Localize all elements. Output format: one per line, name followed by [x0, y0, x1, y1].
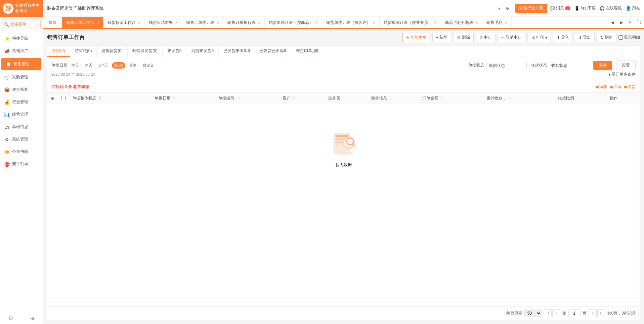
sidebar-item-base-info[interactable]: 🗂 基础信息 [0, 121, 43, 133]
sidebar-item-purchase[interactable]: 🛒 采购管理 [0, 71, 43, 83]
sidebar-item-operation[interactable]: 📊 经营管理 [0, 108, 43, 121]
sidebar-collapse-icon[interactable]: ◀ [30, 315, 34, 321]
query-btn[interactable]: 查询 [593, 61, 612, 70]
select-all-checkbox[interactable] [61, 96, 66, 100]
export-label: 导出 [583, 35, 591, 40]
col-received[interactable]: 累计收款... ⇅ [483, 93, 555, 104]
tab-sales-summary-customer[interactable]: 销货单统计表（按客户） ✕ [322, 17, 380, 29]
filter-tab-wangpu[interactable]: 旺铺待发货(0) [128, 46, 163, 57]
ship-action-btn[interactable]: 发货 [624, 84, 636, 90]
date-1month-btn[interactable]: 近1月 [112, 62, 125, 69]
sidebar-item-quick-nav[interactable]: ⚡ 快捷导航 [0, 32, 43, 45]
tab-close-all-btn[interactable]: ✕ [626, 18, 634, 27]
show-detail-checkbox[interactable] [618, 35, 623, 40]
sidebar-item-system[interactable]: ⚙ 系统管理 [0, 133, 43, 146]
date-7days-btn[interactable]: 近7天 [96, 62, 110, 69]
sidebar-item-sales[interactable]: 📋 销售管理 [1, 58, 41, 70]
filter-tab-pending-check[interactable]: 待拣验货(0) [97, 46, 128, 57]
online-service-btn[interactable]: 🎧 在线客服 [600, 5, 622, 11]
sidebar-item-guide[interactable]: 🎯 新手引导 [0, 158, 43, 170]
filter-tab-overdue[interactable]: 到期未发货0 [186, 46, 219, 57]
col-number[interactable]: 单据编号 ⇅ [215, 93, 279, 104]
print-btn[interactable]: 🖨 打印 ▾ [527, 33, 551, 42]
sidebar-item-inventory[interactable]: 📦 库存核算 [0, 83, 43, 96]
col-staff[interactable]: 业务员 [325, 93, 368, 104]
tab-daily-clear-close[interactable]: ✕ [138, 21, 140, 25]
filter-tab-shipped-out[interactable]: 已发货已出库0 [255, 46, 291, 57]
sidebar-item-marketing[interactable]: 📣 营销推广 [0, 45, 43, 57]
filter-tab-not-shipped[interactable]: 未发货0 [163, 46, 187, 57]
date-yesterday-btn[interactable]: 昨天 [70, 62, 81, 69]
sidebar-item-finance[interactable]: 💰 资金管理 [0, 96, 43, 108]
page-next-btn[interactable]: › [589, 309, 597, 317]
page-prev-btn[interactable]: ‹ [552, 309, 560, 317]
sidebar-item-enterprise[interactable]: 🤝 企业协同 [0, 146, 43, 158]
per-page-select[interactable]: 50 100 200 [524, 310, 542, 317]
page-first-btn[interactable]: 《 [544, 309, 552, 317]
message-btn[interactable]: 💬 消息 6 [550, 5, 570, 11]
horizontal-scrollbar[interactable] [47, 302, 640, 306]
topbar-settings-btn[interactable]: ⚙ [503, 4, 512, 13]
tab-sales-summary-staff[interactable]: 销货单统计表（按业务员） ✕ [380, 17, 441, 29]
sidebar-settings-icon[interactable]: ⚙ [8, 315, 13, 321]
search-menu-button[interactable]: 🔍 搜索菜单 [2, 19, 41, 29]
refresh-btn[interactable]: ↻ 刷新 [597, 33, 616, 42]
page-last-btn[interactable]: 》 [597, 309, 605, 317]
payment-select[interactable]: 收款状态 [549, 62, 589, 69]
tab-order-exec[interactable]: 销售订单执行表 ✕ [223, 17, 265, 29]
industry-btn[interactable]: 体验行业方案 [515, 4, 547, 13]
filter-tab-shipped-not-out[interactable]: 已发货未出库0 [219, 46, 255, 57]
tab-sales-profit-close[interactable]: ✕ [505, 21, 507, 25]
tab-product-margin-close[interactable]: ✕ [475, 21, 478, 25]
tab-fullscreen-btn[interactable]: ⛶ [635, 18, 643, 27]
tab-next-btn[interactable]: ▶ [617, 18, 625, 27]
cancel-review-action-btn[interactable]: 弃审 [610, 84, 621, 90]
col-status[interactable]: 单据整体状态 ⇅ [69, 93, 151, 104]
status-select[interactable]: 单据状态 [486, 62, 527, 69]
tab-daily-reconcile-close[interactable]: ✕ [175, 21, 178, 25]
tab-sales-profit[interactable]: 销售毛利 ✕ [482, 17, 512, 29]
date-custom-btn[interactable]: 自定义 [141, 62, 156, 69]
date-today-btn[interactable]: 今天 [83, 62, 94, 69]
table-scroll[interactable]: ⚙ 单据整体状态 ⇅ 单据日期 ⇅ [47, 93, 640, 302]
table-count: 共找到 0 条 相关单据 [51, 84, 89, 90]
col-amount[interactable]: 订单金额 ⇅ [419, 93, 483, 104]
review-action-btn[interactable]: 审核 [596, 84, 607, 90]
expand-filters-btn[interactable]: ▾ 展开更多条件 [608, 72, 636, 77]
filter-tab-pending-review[interactable]: 待审核(0) [70, 46, 97, 57]
stop-btn[interactable]: ⊘ 中止 [476, 33, 496, 42]
settings-col-icon[interactable]: ⚙ [51, 96, 54, 101]
col-customer[interactable]: 客户 ⇅ [279, 93, 325, 104]
page-number-input[interactable] [568, 309, 581, 317]
tab-sales-summary-product-close[interactable]: ✕ [315, 21, 318, 25]
smart-order-btn[interactable]: ★ 智能生单 [402, 33, 430, 42]
tab-order-stats[interactable]: 销售订单统计表 ✕ [182, 17, 223, 29]
tab-sales-summary-customer-close[interactable]: ✕ [373, 21, 375, 25]
filter-tab-not-printed[interactable]: 未打印单据0 [291, 46, 324, 57]
date-more-btn[interactable]: 更多 [127, 62, 139, 69]
col-abnormal[interactable]: 异常信息 [368, 93, 419, 104]
tab-sales-summary-product[interactable]: 销货单统计表（按商品） ✕ [265, 17, 322, 29]
tab-daily-clear[interactable]: 钱货日清工作台 ✕ [103, 17, 145, 29]
export-btn[interactable]: ⬇ 导出 [575, 33, 595, 42]
tab-home[interactable]: 首页 [43, 17, 62, 29]
col-date[interactable]: 单据日期 ⇅ [151, 93, 215, 104]
tab-order-exec-close[interactable]: ✕ [258, 21, 260, 25]
tab-sales-workbench-close[interactable]: ✕ [96, 21, 99, 25]
cancel-stop-btn[interactable]: ↩ 取消中止 [498, 33, 525, 42]
user-btn[interactable]: 👤 用友 [626, 5, 640, 11]
tab-product-margin[interactable]: 商品毛利分析表 ✕ [441, 17, 482, 29]
filter-tab-all[interactable]: 全部(0) [47, 46, 70, 57]
tab-order-stats-close[interactable]: ✕ [216, 21, 219, 25]
tab-daily-reconcile[interactable]: 钱货日清对账 ✕ [145, 17, 182, 29]
tab-prev-btn[interactable]: ◀ [608, 18, 616, 27]
add-btn[interactable]: + 新增 [432, 33, 451, 42]
delete-btn[interactable]: 🗑 删除 [453, 33, 474, 42]
tab-sales-workbench[interactable]: 销售订单工作台 ✕ [62, 17, 103, 29]
set-btn[interactable]: 设置 [616, 60, 636, 70]
col-ratio[interactable]: 收款比例 [555, 93, 606, 104]
app-download-btn[interactable]: 📱 App下载 [574, 5, 596, 11]
import-btn[interactable]: ⬆ 导入 [553, 33, 573, 42]
system-dropdown[interactable]: ▾ [498, 6, 500, 11]
tab-sales-summary-staff-close[interactable]: ✕ [434, 21, 437, 25]
